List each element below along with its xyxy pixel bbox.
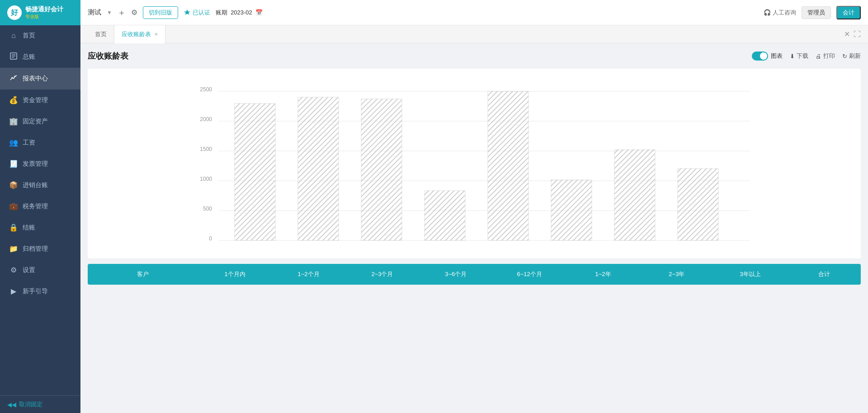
reports-icon xyxy=(9,74,18,83)
main-area: 测试 ▼ ＋ ⚙ 切到旧版 已认证 账期 2023-02 📅 🎧 人工咨询 管理… xyxy=(80,0,868,413)
tax-icon: 💼 xyxy=(9,202,18,211)
svg-text:2-3年: 2-3年 xyxy=(628,244,641,245)
svg-point-4 xyxy=(12,77,13,79)
consult-button[interactable]: 🎧 人工咨询 xyxy=(764,9,796,17)
page-content: 应收账龄表 图表 ⬇ 下载 🖨 打印 ↻ 刷新 xyxy=(80,43,868,413)
bar-2-3year xyxy=(614,150,655,240)
svg-text:3年以上: 3年以上 xyxy=(689,244,708,245)
svg-text:6-12个月: 6-12个月 xyxy=(497,244,519,245)
table-container: 客户 1个月内 1~2个月 2~3个月 3~6个月 6~12个月 1~2年 2~… xyxy=(88,264,861,285)
sidebar-item-guide[interactable]: ▶ 新手引导 xyxy=(0,281,80,302)
unpin-button[interactable]: ◀◀ 取消固定 xyxy=(0,395,80,413)
print-icon: 🖨 xyxy=(816,53,821,60)
sidebar-item-payroll[interactable]: 👥 工资 xyxy=(0,132,80,153)
svg-text:3-6月: 3-6月 xyxy=(438,244,451,245)
download-icon: ⬇ xyxy=(790,53,795,60)
logo-text: 畅捷通好会计 专业版 xyxy=(25,5,63,20)
chart-container: 0 500 1000 1500 2000 2500 xyxy=(88,69,861,258)
project-name: 测试 xyxy=(88,8,101,17)
col-1month: 1个月内 xyxy=(198,264,272,285)
bar-3-6month xyxy=(425,191,465,240)
sidebar-item-archive[interactable]: 📁 归档管理 xyxy=(0,238,80,259)
unpin-icon: ◀◀ xyxy=(7,401,16,408)
download-button[interactable]: ⬇ 下载 xyxy=(790,52,808,60)
sidebar-item-assets[interactable]: 🏢 固定资产 xyxy=(0,111,80,132)
chart-toggle-label: 图表 xyxy=(771,52,783,60)
page-title: 应收账龄表 xyxy=(88,51,128,61)
col-1-2year: 1~2年 xyxy=(566,264,640,285)
certified-badge: 已认证 xyxy=(184,9,210,17)
window-expand-icon[interactable]: ⛶ xyxy=(854,30,861,38)
switch-old-button[interactable]: 切到旧版 xyxy=(143,6,178,19)
print-button[interactable]: 🖨 打印 xyxy=(816,52,835,60)
svg-text:1000: 1000 xyxy=(200,176,212,182)
add-button[interactable]: ＋ xyxy=(118,7,126,18)
svg-text:0: 0 xyxy=(209,235,212,242)
sidebar-item-settings[interactable]: ⚙ 设置 xyxy=(0,259,80,281)
sidebar-item-funds[interactable]: 💰 资金管理 xyxy=(0,89,80,111)
svg-text:500: 500 xyxy=(203,206,212,212)
bar-3year-plus xyxy=(678,169,718,240)
bar-6-12month xyxy=(488,91,528,240)
chart-svg: 0 500 1000 1500 2000 2500 xyxy=(97,82,852,245)
col-3-6month: 3~6个月 xyxy=(419,264,493,285)
sidebar-item-reports[interactable]: 报表中心 xyxy=(0,68,80,89)
invoice-icon: 🧾 xyxy=(9,160,18,168)
sidebar-item-sales[interactable]: 📦 进销台账 xyxy=(0,174,80,196)
settings-button[interactable]: ⚙ xyxy=(131,8,137,17)
sidebar: 好 畅捷通好会计 专业版 ⌂ 首页 总账 xyxy=(0,0,80,413)
tabbar: 首页 应收账龄表 × ✕ ⛶ xyxy=(80,25,868,43)
chart-toggle-wrap: 图表 xyxy=(752,52,783,61)
col-3year-plus: 3年以上 xyxy=(713,264,787,285)
archive-icon: 📁 xyxy=(9,244,18,253)
tab-close-icon[interactable]: × xyxy=(155,31,158,38)
close-account-icon: 🔒 xyxy=(9,223,18,232)
svg-text:1500: 1500 xyxy=(200,146,212,152)
tab-home[interactable]: 首页 xyxy=(88,25,114,43)
bar-1-2month xyxy=(298,97,339,240)
report-actions: 图表 ⬇ 下载 🖨 打印 ↻ 刷新 xyxy=(752,52,861,61)
bar-1-2year xyxy=(551,180,592,240)
sidebar-logo: 好 畅捷通好会计 专业版 xyxy=(0,0,80,25)
manager-button[interactable]: 管理员 xyxy=(802,6,831,19)
chart-toggle[interactable] xyxy=(752,52,768,61)
col-6-12month: 6~12个月 xyxy=(493,264,566,285)
settings-icon: ⚙ xyxy=(9,266,18,274)
sidebar-nav: ⌂ 首页 总账 报表中心 xyxy=(0,25,80,395)
svg-text:2000: 2000 xyxy=(200,116,212,122)
home-icon: ⌂ xyxy=(9,32,18,40)
project-dropdown-icon[interactable]: ▼ xyxy=(107,9,112,16)
col-customer: 客户 xyxy=(88,264,198,285)
refresh-button[interactable]: ↻ 刷新 xyxy=(842,52,861,60)
topbar: 测试 ▼ ＋ ⚙ 切到旧版 已认证 账期 2023-02 📅 🎧 人工咨询 管理… xyxy=(80,0,868,25)
certified-icon xyxy=(184,9,191,16)
table-header: 客户 1个月内 1~2个月 2~3个月 3~6个月 6~12个月 1~2年 2~… xyxy=(88,264,861,285)
sidebar-item-invoice[interactable]: 🧾 发票管理 xyxy=(0,153,80,174)
window-close-icon[interactable]: ✕ xyxy=(844,30,850,38)
period-label: 账期 2023-02 📅 xyxy=(216,9,263,17)
guide-icon: ▶ xyxy=(9,287,18,296)
consult-icon: 🎧 xyxy=(764,9,771,16)
sidebar-item-tax[interactable]: 💼 税务管理 xyxy=(0,196,80,217)
tab-receivables-aging[interactable]: 应收账龄表 × xyxy=(114,25,165,43)
col-total: 合计 xyxy=(787,264,861,285)
svg-text:2500: 2500 xyxy=(200,86,212,93)
refresh-icon: ↻ xyxy=(842,53,847,60)
report-header: 应收账龄表 图表 ⬇ 下载 🖨 打印 ↻ 刷新 xyxy=(88,51,861,61)
sales-icon: 📦 xyxy=(9,181,18,189)
svg-text:1-2年: 1-2年 xyxy=(565,244,578,245)
bar-chart: 0 500 1000 1500 2000 2500 xyxy=(97,82,852,245)
bar-1month xyxy=(235,103,275,240)
svg-text:1-2月: 1-2月 xyxy=(311,244,325,245)
sidebar-item-ledger[interactable]: 总账 xyxy=(0,46,80,68)
sidebar-item-home[interactable]: ⌂ 首页 xyxy=(0,25,80,46)
payroll-icon: 👥 xyxy=(9,138,18,147)
accountant-button[interactable]: 会计 xyxy=(836,6,861,19)
col-2-3year: 2~3年 xyxy=(640,264,713,285)
ledger-icon xyxy=(9,52,18,61)
sidebar-item-close[interactable]: 🔒 结账 xyxy=(0,217,80,238)
assets-icon: 🏢 xyxy=(9,117,18,126)
funds-icon: 💰 xyxy=(9,96,18,104)
svg-text:1月内: 1月内 xyxy=(248,244,262,245)
col-2-3month: 2~3个月 xyxy=(345,264,419,285)
